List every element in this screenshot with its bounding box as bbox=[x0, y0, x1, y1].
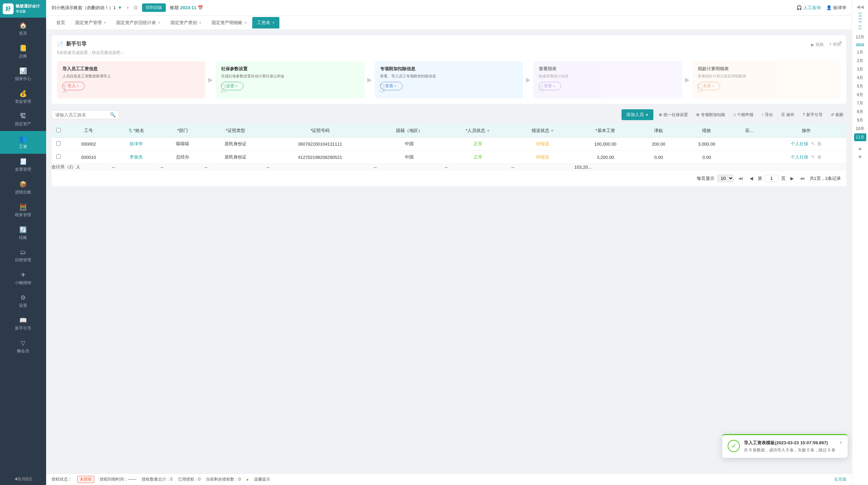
wizard-step-3: 3 专项附加扣除信息 查看、导入员工专项附加扣除信息 查看＞ bbox=[375, 61, 523, 98]
sidebar-item-salary[interactable]: 👥 工资 bbox=[0, 131, 46, 154]
sidebar-item-label: 进销台账 bbox=[15, 189, 31, 195]
month-item-may[interactable]: 5月 bbox=[854, 82, 866, 90]
action-export[interactable]: ↑ 导出 bbox=[759, 110, 776, 120]
sidebar-item-label: 税务管理 bbox=[15, 212, 31, 218]
sidebar-item-home[interactable]: 🏠 首页 bbox=[0, 18, 46, 40]
edit-icon[interactable]: ✎ bbox=[811, 154, 815, 160]
month-item-sep[interactable]: 9月 bbox=[854, 116, 866, 124]
add-person-btn[interactable]: 添加人员 ▼ bbox=[622, 109, 653, 120]
toast-close-btn[interactable]: × bbox=[840, 440, 842, 445]
sidebar-item-label: 新手引导 bbox=[15, 325, 31, 331]
row-checkbox[interactable] bbox=[52, 151, 65, 164]
switch-version-btn[interactable]: 切到旧版 bbox=[142, 3, 166, 12]
first-page-btn[interactable]: ⏮ bbox=[736, 175, 745, 182]
delete-icon[interactable]: 🗑 bbox=[817, 141, 822, 146]
funds-icon: 💰 bbox=[19, 90, 27, 97]
tab-salary[interactable]: 工资表 × bbox=[252, 17, 279, 29]
tab-category[interactable]: 固定资产类别 × bbox=[166, 17, 206, 29]
sidebar-item-close[interactable]: 🔄 结账 bbox=[0, 222, 46, 245]
tab-detail[interactable]: 固定资产明细账 × bbox=[207, 17, 252, 29]
add-account-btn[interactable]: + bbox=[126, 5, 129, 11]
sort-icon[interactable]: ⇅ bbox=[129, 128, 132, 133]
tab-close-fixed-assets[interactable]: × bbox=[104, 20, 106, 25]
panel-toggle-btn[interactable]: ◀◀ bbox=[855, 3, 865, 11]
service-btn[interactable]: 🎧 人工咨询 bbox=[796, 5, 821, 11]
sidebar-item-ledger[interactable]: 📒 总账 bbox=[0, 40, 46, 63]
action-special-deduction[interactable]: ⊕ 专项附加扣除 bbox=[693, 110, 728, 120]
tab-close-category[interactable]: × bbox=[199, 20, 201, 25]
tab-depreciation[interactable]: 固定资产折旧统计表 × bbox=[112, 17, 165, 29]
edit-icon[interactable]: ✎ bbox=[811, 141, 815, 146]
row-select-checkbox[interactable] bbox=[56, 154, 61, 159]
tab-close-depreciation[interactable]: × bbox=[158, 20, 160, 25]
topbar-right: 🎧 人工咨询 👤 徐泽华 bbox=[796, 5, 846, 11]
month-item-dec[interactable]: 12月 bbox=[854, 33, 866, 41]
action-refresh[interactable]: ↺ 刷新 bbox=[828, 110, 846, 120]
account-dropdown[interactable]: ▼ bbox=[118, 5, 122, 10]
sidebar-item-funds[interactable]: 💰 资金管理 bbox=[0, 86, 46, 109]
sidebar-item-guide[interactable]: 📖 新手引导 bbox=[0, 313, 46, 335]
total-empty-8 bbox=[636, 164, 681, 170]
month-item-jul[interactable]: 7月 bbox=[854, 99, 866, 107]
total-empty-2: -- bbox=[161, 164, 204, 170]
page-size-select[interactable]: 10 20 50 bbox=[717, 174, 734, 182]
total-row: 合计共（2）人 -- -- -- -- -- -- -- 103,20... bbox=[52, 164, 846, 170]
page-input[interactable] bbox=[765, 175, 778, 182]
month-item-jun[interactable]: 6月 bbox=[854, 91, 866, 99]
settings-gear-icon[interactable]: ⚙ bbox=[133, 4, 138, 11]
sidebar-item-fixed-assets[interactable]: 🏗 固定资产 bbox=[0, 109, 46, 131]
wizard-close-btn[interactable]: × bbox=[839, 39, 842, 45]
row-checkbox[interactable] bbox=[52, 137, 65, 151]
month-item-mar[interactable]: 3月 bbox=[854, 66, 866, 73]
employee-nationality: 中国 bbox=[374, 151, 445, 164]
month-item-nov-current[interactable]: 11月 bbox=[854, 133, 866, 141]
tab-close-salary[interactable]: × bbox=[272, 20, 275, 25]
sidebar-item-settings[interactable]: ⚙ 设置 bbox=[0, 290, 46, 313]
header-actions: 操作 bbox=[766, 124, 846, 137]
toast-content: 导入工资表模板(2023-03-23 15:07:59.897) 共 9 条数据… bbox=[744, 440, 835, 453]
select-all-checkbox[interactable] bbox=[56, 128, 61, 132]
action-tax-report[interactable]: □ 个税申报 bbox=[731, 110, 756, 120]
sidebar-item-reports[interactable]: 📊 报表中心 bbox=[0, 63, 46, 86]
search-input[interactable] bbox=[55, 112, 110, 117]
tabs-bar: 首页 固定资产管理 × 固定资产折旧统计表 × 固定资产类别 × 固定资产明细账… bbox=[46, 16, 852, 30]
cancel-fixed-btn[interactable]: ◀取消固定 bbox=[14, 477, 33, 482]
month-item-jan[interactable]: 1月 bbox=[854, 49, 866, 56]
total-label: 合计共（2）人 bbox=[52, 164, 112, 170]
next-page-btn[interactable]: ▶ bbox=[788, 175, 796, 182]
last-page-btn[interactable]: ⏭ bbox=[798, 175, 807, 182]
sidebar-item-membership[interactable]: ▽ 畅会员 bbox=[0, 335, 46, 358]
tab-close-detail[interactable]: × bbox=[244, 20, 247, 25]
month-item-feb[interactable]: 2月 bbox=[854, 57, 866, 65]
close-period-icon: 🔄 bbox=[19, 226, 27, 234]
delete-icon[interactable]: 🗑 bbox=[817, 154, 822, 160]
prev-page-btn[interactable]: ◀ bbox=[748, 175, 755, 182]
action-operations[interactable]: ☰ 操作 bbox=[778, 110, 797, 120]
month-item-oct[interactable]: 10月 bbox=[854, 125, 866, 133]
account-name: 刘小艳演示账套（勿删勿动！）1 ▼ bbox=[52, 5, 122, 11]
sidebar-item-label: 首页 bbox=[19, 31, 27, 36]
action-new-guide[interactable]: ? 新手引导 bbox=[800, 110, 825, 120]
sidebar-item-tax[interactable]: 🧮 税务管理 bbox=[0, 199, 46, 222]
sidebar-item-invoice[interactable]: 🧾 发票管理 bbox=[0, 154, 46, 176]
tab-home[interactable]: 首页 bbox=[52, 17, 70, 29]
renew-link[interactable]: 去充值 bbox=[834, 477, 846, 482]
header-checkbox[interactable] bbox=[52, 124, 65, 137]
send-status-filter-icon[interactable]: ▼ bbox=[550, 129, 554, 133]
sidebar-item-expense[interactable]: ✈ 小畅报销 bbox=[0, 267, 46, 290]
sidebar-item-archive[interactable]: 🗂 归档管理 bbox=[0, 245, 46, 267]
tab-fixed-assets[interactable]: 固定资产管理 × bbox=[71, 17, 111, 29]
calendar-icon[interactable]: 📅 bbox=[198, 5, 203, 10]
chevron-up-icon[interactable]: ▲ bbox=[857, 145, 863, 151]
panel-year: 2023.11 bbox=[858, 11, 862, 32]
chevron-down-icon[interactable]: ▼ bbox=[857, 154, 863, 160]
row-select-checkbox[interactable] bbox=[56, 141, 61, 146]
month-item-apr[interactable]: 4月 bbox=[854, 74, 866, 82]
sidebar-item-stock[interactable]: 📦 进销台账 bbox=[0, 176, 46, 199]
month-item-aug[interactable]: 8月 bbox=[854, 108, 866, 116]
used-label: 已用授权：0 bbox=[178, 477, 201, 482]
status-filter-icon[interactable]: ▼ bbox=[487, 129, 490, 133]
search-box[interactable]: 🔍 bbox=[52, 110, 119, 119]
toast-desc: 共 9 条数据，成功导入 9 条，失败 0 条，跳过 0 条 bbox=[744, 447, 835, 453]
action-social-insurance[interactable]: ⊕ 统一社保设置 bbox=[656, 110, 691, 120]
